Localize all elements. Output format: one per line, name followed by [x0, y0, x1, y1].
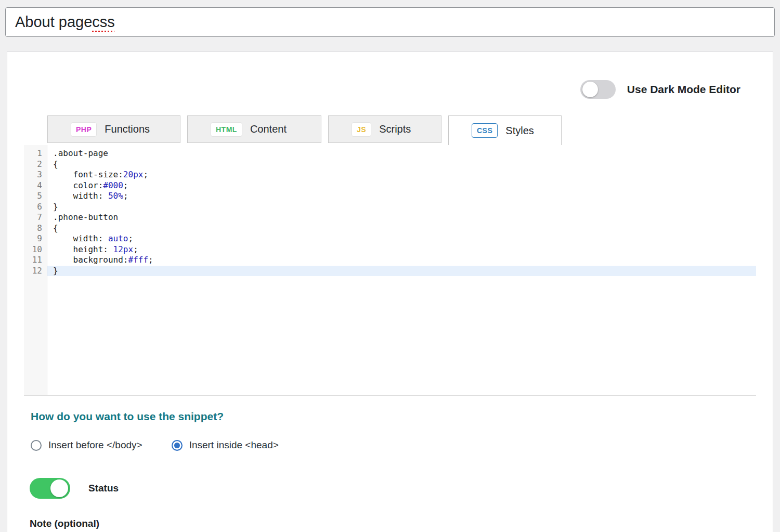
- tab-styles[interactable]: CSS Styles: [448, 115, 562, 145]
- css-badge-icon: CSS: [472, 123, 498, 138]
- tab-label: Scripts: [379, 123, 411, 135]
- dark-mode-label: Use Dark Mode Editor: [627, 83, 740, 96]
- line-number: 9: [24, 233, 42, 244]
- line-number-gutter: 123456789101112: [24, 145, 47, 395]
- code-line[interactable]: .about-page: [47, 148, 756, 159]
- usage-heading: How do you want to use the snippet?: [31, 410, 773, 423]
- status-toggle[interactable]: [30, 478, 70, 499]
- note-label: Note (optional): [30, 518, 773, 529]
- line-number: 10: [24, 244, 42, 255]
- status-label: Status: [88, 483, 119, 494]
- radio-insert-inside-head[interactable]: Insert inside <head>: [172, 439, 279, 451]
- tab-label: Content: [250, 123, 287, 135]
- snippet-editor-panel: Use Dark Mode Editor PHP Functions HTML …: [7, 51, 773, 532]
- line-number: 7: [24, 212, 42, 223]
- tab-label: Styles: [505, 125, 534, 137]
- code-area[interactable]: .about-page{ font-size:20px; color:#000;…: [47, 145, 756, 395]
- dark-mode-toggle[interactable]: [580, 80, 616, 99]
- radio-label: Insert before </body>: [48, 439, 142, 451]
- tab-scripts[interactable]: JS Scripts: [328, 115, 441, 143]
- snippet-title-misspelled-word: css: [92, 14, 115, 31]
- line-number: 4: [24, 180, 42, 191]
- code-line[interactable]: height: 12px;: [47, 244, 756, 255]
- radio-circle-icon: [31, 440, 42, 451]
- radio-circle-icon: [172, 440, 183, 451]
- code-editor[interactable]: 123456789101112 .about-page{ font-size:2…: [24, 145, 756, 396]
- snippet-title-input[interactable]: About page css: [5, 7, 775, 37]
- line-number: 11: [24, 255, 42, 266]
- code-line[interactable]: {: [47, 159, 756, 170]
- code-line[interactable]: color:#000;: [47, 180, 756, 191]
- tab-functions[interactable]: PHP Functions: [47, 115, 180, 143]
- line-number: 8: [24, 223, 42, 234]
- code-line[interactable]: }: [47, 202, 756, 213]
- code-line[interactable]: .phone-button: [47, 212, 756, 223]
- toggle-knob: [582, 82, 598, 97]
- code-type-tabs: PHP Functions HTML Content JS Scripts CS…: [47, 115, 773, 145]
- code-line[interactable]: background:#fff;: [47, 255, 756, 266]
- dark-mode-row: Use Dark Mode Editor: [7, 52, 773, 99]
- code-line[interactable]: }: [47, 266, 756, 277]
- toggle-knob: [50, 479, 68, 497]
- radio-label: Insert inside <head>: [189, 439, 279, 451]
- code-line[interactable]: width: 50%;: [47, 191, 756, 202]
- status-row: Status: [30, 478, 773, 499]
- line-number: 5: [24, 191, 42, 202]
- code-line[interactable]: font-size:20px;: [47, 170, 756, 180]
- js-badge-icon: JS: [352, 122, 371, 137]
- line-number: 12: [24, 266, 42, 277]
- insert-location-options: Insert before </body> Insert inside <hea…: [31, 439, 773, 451]
- php-badge-icon: PHP: [71, 122, 97, 137]
- html-badge-icon: HTML: [211, 122, 242, 137]
- line-number: 6: [24, 202, 42, 213]
- line-number: 3: [24, 170, 42, 180]
- line-number: 1: [24, 148, 42, 159]
- tab-label: Functions: [105, 123, 150, 135]
- code-line[interactable]: {: [47, 223, 756, 234]
- code-line[interactable]: width: auto;: [47, 233, 756, 244]
- snippet-title-text: About page: [15, 14, 92, 31]
- line-number: 2: [24, 159, 42, 170]
- tab-content[interactable]: HTML Content: [187, 115, 321, 143]
- radio-insert-before-body[interactable]: Insert before </body>: [31, 439, 142, 451]
